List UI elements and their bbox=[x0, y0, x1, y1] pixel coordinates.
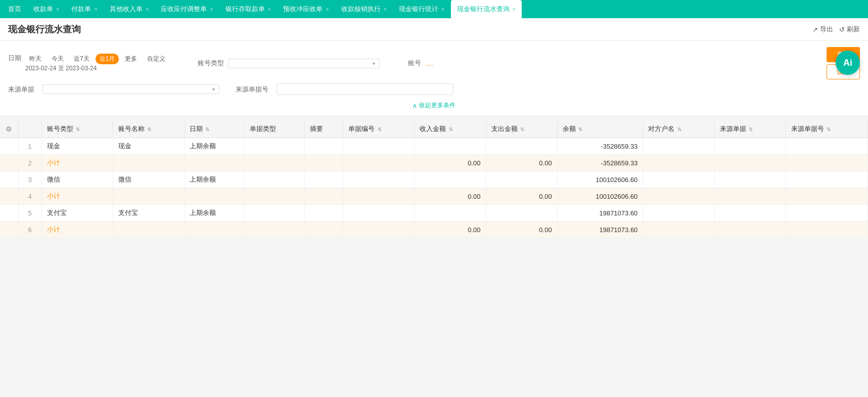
row-account-type-cell: 小计 bbox=[41, 222, 113, 238]
account-filter-group: 账号 ... bbox=[408, 59, 433, 68]
nav-ar-ap-adjust[interactable]: 应收应付调整单 × bbox=[155, 0, 219, 18]
row-counterpart-cell bbox=[643, 171, 714, 188]
ai-assistant-button[interactable]: Ai bbox=[836, 51, 860, 75]
close-payment-icon[interactable]: × bbox=[94, 0, 97, 18]
export-button[interactable]: ↗ 导出 bbox=[812, 25, 833, 34]
nav-receipt[interactable]: 收款单 × bbox=[27, 0, 65, 18]
col-account-name[interactable]: 账号名称 ⇅ bbox=[113, 120, 184, 138]
row-source-doc-cell bbox=[714, 222, 786, 238]
page-title: 现金银行流水查询 bbox=[8, 23, 81, 35]
row-num-cell: 4 bbox=[18, 188, 41, 205]
col-doc-no[interactable]: 单据编号 ⇅ bbox=[343, 120, 415, 138]
row-settings-cell bbox=[0, 155, 18, 171]
row-date-cell: 上期余额 bbox=[184, 205, 244, 222]
row-account-type-cell: 小计 bbox=[41, 155, 113, 171]
col-expense[interactable]: 支出金额 ⇅ bbox=[486, 120, 557, 138]
col-source-doc-no[interactable]: 来源单据号 ⇅ bbox=[786, 120, 867, 138]
sort-expense-icon: ⇅ bbox=[520, 126, 524, 132]
date-opt-1month[interactable]: 近1月 bbox=[96, 54, 119, 64]
nav-other-income[interactable]: 其他收入单 × bbox=[104, 0, 155, 18]
row-income-cell bbox=[415, 138, 486, 155]
row-doc-type-cell bbox=[244, 188, 304, 205]
col-income[interactable]: 收入金额 ⇅ bbox=[415, 120, 486, 138]
row-date-cell: 上期余额 bbox=[184, 138, 244, 155]
row-doc-type-cell bbox=[244, 155, 304, 171]
date-opt-yesterday[interactable]: 昨天 bbox=[25, 54, 45, 64]
row-source-doc-cell bbox=[714, 188, 786, 205]
nav-payment[interactable]: 付款单 × bbox=[65, 0, 103, 18]
row-summary-cell bbox=[304, 188, 343, 205]
close-receipt-icon[interactable]: × bbox=[56, 0, 59, 18]
row-summary-cell bbox=[304, 155, 343, 171]
table-row: 6小计0.000.0019871073.60 bbox=[0, 222, 868, 238]
close-verify-icon[interactable]: × bbox=[384, 0, 387, 18]
row-date-cell bbox=[184, 188, 244, 205]
nav-cash-bank-stats[interactable]: 现金银行统计 × bbox=[393, 0, 450, 18]
col-source-doc[interactable]: 来源单据 ⇅ bbox=[714, 120, 786, 138]
row-account-type-cell: 支付宝 bbox=[41, 205, 113, 222]
close-ar-ap-icon[interactable]: × bbox=[210, 0, 213, 18]
row-summary-cell bbox=[304, 205, 343, 222]
close-stats-icon[interactable]: × bbox=[441, 0, 444, 18]
row-doc-type-cell bbox=[244, 171, 304, 188]
col-balance[interactable]: 余额 ⇅ bbox=[557, 120, 643, 138]
close-bank-deposit-icon[interactable]: × bbox=[268, 0, 271, 18]
row-settings-cell bbox=[0, 138, 18, 155]
table-gear-icon[interactable]: ⚙ bbox=[6, 125, 12, 133]
account-type-select[interactable]: ▾ bbox=[228, 59, 380, 68]
row-doc-no-cell bbox=[343, 222, 415, 238]
source-doc-no-input[interactable] bbox=[277, 83, 453, 95]
date-opt-more[interactable]: 更多 bbox=[121, 54, 141, 64]
row-date-cell bbox=[184, 155, 244, 171]
nav-cash-bank-flow[interactable]: 现金银行流水查询 × bbox=[451, 0, 522, 18]
nav-bank-deposit[interactable]: 银行存取款单 × bbox=[219, 0, 277, 18]
table-container: ⚙ 账号类型 ⇅ 账号名称 ⇅ 日期 ⇅ 单据类型 摘要 单据编号 ⇅ 收入金额… bbox=[0, 120, 868, 238]
sort-counterpart-icon: ⇅ bbox=[677, 126, 681, 132]
row-expense-cell: 0.00 bbox=[486, 155, 557, 171]
account-more-btn[interactable]: ... bbox=[425, 59, 433, 68]
row-expense-cell: 0.00 bbox=[486, 188, 557, 205]
top-navigation: 首页 收款单 × 付款单 × 其他收入单 × 应收应付调整单 × 银行存取款单 … bbox=[0, 0, 868, 18]
nav-home[interactable]: 首页 bbox=[2, 0, 27, 18]
row-settings-cell bbox=[0, 188, 18, 205]
date-options-group: 昨天 今天 近7天 近1月 更多 自定义 2023-02-24 至 2023-0… bbox=[25, 54, 169, 73]
close-flow-icon[interactable]: × bbox=[513, 0, 516, 18]
col-date[interactable]: 日期 ⇅ bbox=[184, 120, 244, 138]
row-counterpart-cell bbox=[643, 188, 714, 205]
account-label: 账号 bbox=[408, 59, 421, 68]
row-num-cell: 3 bbox=[18, 171, 41, 188]
row-counterpart-cell bbox=[643, 205, 714, 222]
date-opt-7days[interactable]: 近7天 bbox=[70, 54, 94, 64]
row-income-cell: 0.00 bbox=[415, 155, 486, 171]
row-settings-cell bbox=[0, 222, 18, 238]
row-counterpart-cell bbox=[643, 155, 714, 171]
collapse-chevron-icon: ∧ bbox=[413, 102, 417, 109]
row-expense-cell bbox=[486, 171, 557, 188]
col-account-type[interactable]: 账号类型 ⇅ bbox=[41, 120, 113, 138]
col-counterpart[interactable]: 对方户名 ⇅ bbox=[643, 120, 714, 138]
row-doc-no-cell bbox=[343, 138, 415, 155]
table-row: 5支付宝支付宝上期余额19871073.60 bbox=[0, 205, 868, 222]
nav-advance-offset[interactable]: 预收冲应收单 × bbox=[277, 0, 335, 18]
row-source-doc-cell bbox=[714, 171, 786, 188]
row-balance-cell: 100102606.60 bbox=[557, 188, 643, 205]
row-num-cell: 5 bbox=[18, 205, 41, 222]
nav-receipt-verify[interactable]: 收款核销执行 × bbox=[335, 0, 393, 18]
sort-account-name-icon: ⇅ bbox=[147, 126, 151, 132]
source-doc-select[interactable]: ▾ bbox=[42, 84, 219, 94]
col-doc-type: 单据类型 bbox=[244, 120, 304, 138]
row-doc-no-cell bbox=[343, 155, 415, 171]
table-body: 1现金现金上期余额-3528659.332小计0.000.00-3528659.… bbox=[0, 138, 868, 238]
row-date-cell bbox=[184, 222, 244, 238]
refresh-button[interactable]: ↺ 刷新 bbox=[839, 25, 860, 34]
collapse-bar[interactable]: ∧ 收起更多条件 bbox=[8, 99, 860, 110]
date-opt-today[interactable]: 今天 bbox=[48, 54, 68, 64]
header-actions: ↗ 导出 ↺ 刷新 bbox=[812, 25, 860, 34]
row-source-doc-no-cell bbox=[786, 171, 867, 188]
close-advance-icon[interactable]: × bbox=[326, 0, 329, 18]
row-source-doc-no-cell bbox=[786, 222, 867, 238]
row-account-name-cell: 微信 bbox=[113, 171, 184, 188]
close-other-income-icon[interactable]: × bbox=[146, 0, 149, 18]
date-opt-custom[interactable]: 自定义 bbox=[143, 54, 169, 64]
row-expense-cell bbox=[486, 205, 557, 222]
